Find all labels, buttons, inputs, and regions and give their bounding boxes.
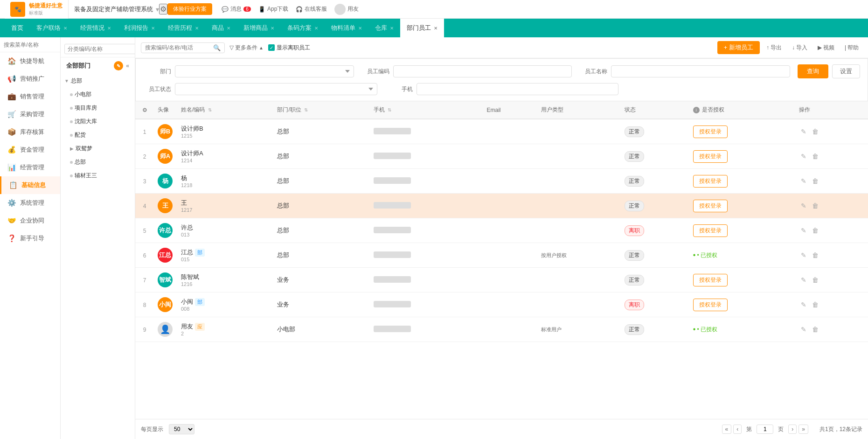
history-tab-close[interactable]: ✕	[195, 26, 199, 31]
export-button[interactable]: ↑ 导出	[763, 42, 785, 54]
profit-tab-close[interactable]: ✕	[151, 26, 155, 31]
more-filters-button[interactable]: ▽ 更多条件 ▲	[229, 44, 264, 52]
auth-login-button[interactable]: 授权登录	[693, 299, 728, 311]
dept-node-xiangmu[interactable]: 项目库房	[61, 101, 135, 115]
edit-button[interactable]: ✎	[799, 152, 808, 161]
last-page-button[interactable]: »	[799, 425, 808, 434]
sidebar-item-finance[interactable]: 💰 资金管理	[0, 141, 60, 159]
auth-login-button[interactable]: 授权登录	[693, 175, 728, 188]
help-button[interactable]: | 帮助	[841, 42, 862, 54]
delete-button[interactable]: 🗑	[810, 300, 820, 309]
warehouse-tab-close[interactable]: ✕	[390, 26, 394, 31]
add-employee-button[interactable]: + 新增员工	[717, 41, 760, 54]
delete-button[interactable]: 🗑	[810, 201, 820, 210]
delete-button[interactable]: 🗑	[810, 325, 820, 334]
finance-status-tab-close[interactable]: ✕	[107, 26, 111, 31]
tab-profit[interactable]: 利润报告 ✕	[118, 19, 161, 37]
show-resigned-checkbox[interactable]: ✓	[268, 44, 275, 51]
delete-button[interactable]: 🗑	[810, 127, 820, 136]
tab-department[interactable]: 部门员工 ✕	[400, 19, 444, 37]
delete-button[interactable]: 🗑	[810, 251, 820, 260]
th-dept[interactable]: 部门/职位 ⇅	[273, 101, 369, 119]
edit-button[interactable]: ✎	[799, 251, 808, 260]
sidebar-item-basic[interactable]: 📋 基础信息	[0, 176, 60, 194]
th-settings[interactable]: ⚙	[135, 101, 154, 119]
user-menu-button[interactable]: 用友	[334, 4, 359, 15]
sidebar-item-collab[interactable]: 🤝 企业协同	[0, 212, 60, 230]
sidebar-item-system[interactable]: ⚙️ 系统管理	[0, 194, 60, 212]
sidebar-item-inventory[interactable]: 📦 库存核算	[0, 123, 60, 141]
dept-search-input[interactable]	[64, 44, 135, 54]
filter-status-select[interactable]	[175, 83, 377, 95]
emp-search-input[interactable]	[145, 44, 210, 51]
dept-node-shuangyuanmeng[interactable]: ▶ 双鸳梦	[61, 142, 135, 155]
page-size-select[interactable]: 50 100 200	[169, 424, 194, 434]
tab-customer[interactable]: 客户联络 ✕	[30, 19, 74, 37]
online-service-button[interactable]: 🎧 在线客服	[296, 5, 327, 13]
add-goods-tab-close[interactable]: ✕	[271, 26, 274, 31]
tab-finance-status[interactable]: 经营情况 ✕	[74, 19, 118, 37]
delete-button[interactable]: 🗑	[810, 226, 820, 235]
tab-home[interactable]: 首页	[5, 19, 30, 37]
tab-history[interactable]: 经营历程 ✕	[161, 19, 205, 37]
delete-button[interactable]: 🗑	[810, 152, 820, 161]
dept-collapse-btn[interactable]: «	[126, 63, 129, 69]
reset-button[interactable]: 设置	[832, 64, 860, 78]
query-button[interactable]: 查询	[798, 64, 828, 78]
goods-tab-close[interactable]: ✕	[227, 26, 230, 31]
materials-tab-close[interactable]: ✕	[358, 26, 362, 31]
auth-login-button[interactable]: 授权登录	[693, 150, 728, 163]
delete-button[interactable]: 🗑	[810, 176, 820, 186]
edit-button[interactable]: ✎	[799, 176, 808, 186]
department-tab-close[interactable]: ✕	[434, 26, 437, 31]
sidebar-item-sales[interactable]: 💼 销售管理	[0, 88, 60, 105]
edit-button[interactable]: ✎	[799, 226, 808, 235]
sidebar-search-input[interactable]	[4, 42, 61, 48]
next-page-button[interactable]: ›	[788, 425, 797, 434]
auth-login-button[interactable]: 授权登录	[693, 200, 728, 212]
dept-node-zongbu-root[interactable]: ▼ 总部	[61, 74, 135, 88]
view-button[interactable]: ▶ 视频	[814, 42, 838, 54]
dept-node-shenyang[interactable]: 沈阳大库	[61, 115, 135, 128]
filter-dept-select[interactable]	[175, 65, 354, 77]
dept-node-zongbu2[interactable]: 总部	[61, 155, 135, 169]
th-name[interactable]: 姓名/编码 ⇅	[177, 101, 273, 119]
dept-node-xiaodian[interactable]: 小电部	[61, 88, 135, 101]
auth-login-button[interactable]: 授权登录	[693, 274, 728, 286]
tab-add-goods[interactable]: 新增商品 ✕	[237, 19, 281, 37]
sidebar-item-quick-nav[interactable]: 🏠 快捷导航	[0, 52, 60, 70]
sidebar-item-purchase[interactable]: 🛒 采购管理	[0, 105, 60, 123]
dropdown-icon[interactable]: ▾	[156, 6, 159, 13]
app-download-button[interactable]: 📱 App下载	[258, 5, 288, 13]
settings-button[interactable]: ⚙	[159, 4, 167, 14]
page-input[interactable]	[757, 425, 773, 434]
tab-warehouse[interactable]: 仓库 ✕	[368, 19, 400, 37]
edit-button[interactable]: ✎	[799, 325, 808, 334]
tab-materials[interactable]: 物料清单 ✕	[325, 19, 368, 37]
edit-button[interactable]: ✎	[799, 201, 808, 210]
edit-button[interactable]: ✎	[799, 127, 808, 136]
edit-button[interactable]: ✎	[799, 300, 808, 309]
filter-empname-input[interactable]	[611, 65, 790, 77]
filter-phone-input[interactable]	[417, 83, 619, 95]
first-page-button[interactable]: «	[722, 425, 732, 434]
filter-empcode-input[interactable]	[393, 65, 572, 77]
dept-node-peihuo[interactable]: 配货	[61, 128, 135, 142]
auth-info-icon[interactable]: i	[693, 107, 700, 113]
customer-tab-close[interactable]: ✕	[63, 26, 67, 31]
sidebar-item-operation[interactable]: 📊 经营管理	[0, 159, 60, 176]
auth-login-button[interactable]: 授权登录	[693, 224, 728, 237]
tab-goods[interactable]: 商品 ✕	[205, 19, 237, 37]
message-button[interactable]: 💬 消息 6	[222, 5, 251, 13]
import-button[interactable]: ↓ 导入	[788, 42, 811, 54]
auth-login-button[interactable]: 授权登录	[693, 125, 728, 138]
tab-barcode[interactable]: 条码方案 ✕	[281, 19, 325, 37]
dept-node-puzhu[interactable]: 辅材王三	[61, 169, 135, 182]
barcode-tab-close[interactable]: ✕	[314, 26, 318, 31]
sidebar-item-guide[interactable]: ❓ 新手引导	[0, 230, 60, 247]
sidebar-item-marketing[interactable]: 📢 营销推广	[0, 70, 60, 88]
th-phone[interactable]: 手机 ⇅	[370, 101, 483, 119]
edit-button[interactable]: ✎	[799, 275, 808, 285]
prev-page-button[interactable]: ‹	[733, 425, 742, 434]
show-resigned-toggle[interactable]: ✓ 显示离职员工	[268, 44, 310, 52]
